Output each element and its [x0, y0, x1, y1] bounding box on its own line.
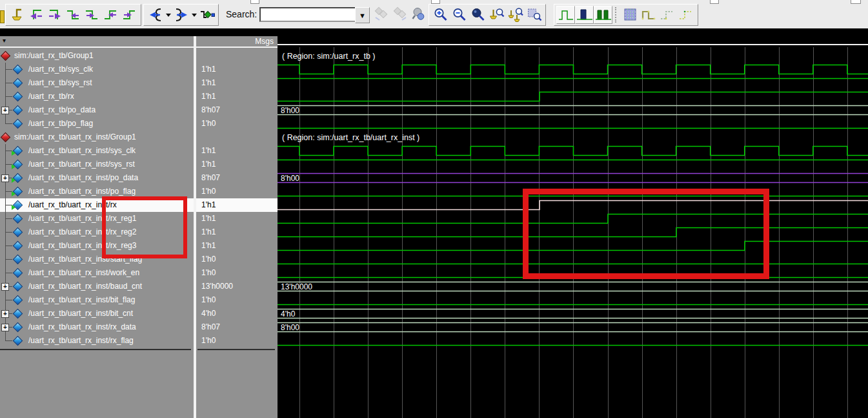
- signal-label: /uart_rx_tb/uart_rx_inst/baud_cnt: [28, 280, 142, 293]
- msgs-value-sys_rst: 1'h1: [196, 158, 278, 171]
- dropdown-caret-button[interactable]: [190, 6, 197, 24]
- wave-row-po_data: 8'h00: [278, 171, 868, 185]
- tree-line: [5, 340, 12, 341]
- zoom-full-button[interactable]: [469, 6, 487, 24]
- zoom-between-cursors-button[interactable]: [506, 6, 525, 24]
- signal-label: /uart_rx_tb/uart_rx_inst/rx_data: [28, 320, 136, 334]
- msgs-value-start_flag: 1'h0: [196, 253, 278, 266]
- zoom-mode-button[interactable]: [525, 6, 543, 24]
- signal-row-rx_flag[interactable]: /uart_rx_tb/uart_rx_inst/rx_flag: [0, 334, 194, 348]
- step-dashed-yellow-button[interactable]: [677, 6, 696, 24]
- find-previous-transition-icon: [28, 6, 45, 23]
- msgs-value-po_data: 8'h07: [196, 103, 278, 117]
- insert-cursor-button[interactable]: [8, 6, 26, 24]
- expand-time-left-button[interactable]: [146, 6, 165, 24]
- pulse-olive-button[interactable]: [640, 6, 658, 24]
- find-previous-rising-edge-icon: [103, 6, 119, 23]
- step-dashed-gray-button[interactable]: [658, 6, 677, 24]
- signal-row-baud_cnt[interactable]: +/uart_rx_tb/uart_rx_inst/baud_cnt: [0, 280, 194, 293]
- literal-purple-button[interactable]: [621, 6, 640, 24]
- signal-row-po_data[interactable]: +/uart_rx_tb/uart_rx_inst/po_data: [0, 171, 194, 185]
- search-options-button[interactable]: [409, 5, 428, 23]
- signal-row-Group1[interactable]: sim:/uart_rx_tb/uart_rx_inst/Group1: [0, 131, 194, 144]
- step-dashed-gray-icon: [660, 6, 676, 23]
- find-next-rising-edge-button[interactable]: [120, 6, 139, 24]
- expand-net-icon: [199, 6, 216, 23]
- port-arrow-icon: [12, 164, 15, 169]
- signal-row-sys_clk[interactable]: /uart_rx_tb/uart_rx_inst/sys_clk: [0, 144, 194, 158]
- signal-label: /uart_rx_tb/uart_rx_inst/sys_rst: [28, 158, 135, 171]
- signal-row-sys_rst[interactable]: /uart_rx_tb/uart_rx_inst/sys_rst: [0, 158, 194, 171]
- wave-row-bit_cnt: 4'h0: [278, 307, 868, 320]
- msgs-panel-header[interactable]: Msgs: [196, 36, 278, 48]
- signal-row-po_data[interactable]: +/uart_rx_tb/po_data: [0, 103, 194, 117]
- expander-icon[interactable]: +: [1, 310, 9, 318]
- msgs-value-work_en: 1'h0: [196, 266, 278, 280]
- signal-label: /uart_rx_tb/po_flag: [28, 117, 93, 131]
- expander-icon[interactable]: +: [1, 324, 9, 331]
- expander-icon[interactable]: +: [1, 174, 9, 182]
- caret-icon: [192, 14, 197, 17]
- signal-row-rx[interactable]: /uart_rx_tb/rx: [0, 90, 194, 103]
- signal-row-sys_clk[interactable]: /uart_rx_tb/sys_clk: [0, 63, 194, 76]
- signal-diamond-icon: [13, 105, 23, 116]
- find-previous-transition-button[interactable]: [26, 6, 45, 24]
- expand-time-left-icon: [147, 6, 164, 23]
- wave-signal-thin-button[interactable]: [556, 6, 575, 24]
- zoom-in-icon: [432, 6, 449, 23]
- signal-row-Group1[interactable]: sim:/uart_rx_tb/Group1: [0, 49, 194, 63]
- search-dropdown-button[interactable]: ▼: [355, 7, 370, 23]
- tree-line: [5, 273, 12, 273]
- group-diamond-icon: [1, 132, 11, 143]
- find-previous-falling-edge-button[interactable]: [64, 6, 83, 24]
- wave-pulse-green-button[interactable]: [594, 6, 612, 24]
- wave-pulse-navy-button[interactable]: [575, 6, 594, 24]
- msgs-value-rx: 1'h1: [196, 198, 278, 212]
- header-caret-icon[interactable]: ▾: [3, 37, 6, 44]
- msgs-value-po_flag: 1'h0: [196, 185, 278, 198]
- zoom-in-button[interactable]: [431, 6, 450, 24]
- msgs-value-sys_clk: 1'h1: [196, 144, 278, 158]
- find-next-falling-edge-icon: [84, 6, 101, 23]
- expand-time-right-icon: [173, 6, 190, 23]
- expander-icon[interactable]: +: [1, 283, 9, 291]
- wave-row-Group1: ( Region: sim:/uart_rx_tb/uart_rx_inst ): [278, 131, 868, 144]
- signal-label: /uart_rx_tb/uart_rx_inst/bit_cnt: [28, 307, 133, 320]
- find-next-transition-button[interactable]: [45, 6, 64, 24]
- names-panel-header[interactable]: ▾: [0, 36, 194, 48]
- expand-net-button[interactable]: [197, 6, 216, 24]
- msgs-value-bit_flag: 1'h0: [196, 293, 278, 307]
- signal-row-work_en[interactable]: /uart_rx_tb/uart_rx_inst/work_en: [0, 266, 194, 280]
- msgs-value-sys_rst: 1'h1: [196, 76, 278, 90]
- signal-label: /uart_rx_tb/sys_rst: [28, 76, 92, 90]
- signal-diamond-icon: [13, 268, 23, 278]
- search-input[interactable]: [259, 7, 359, 22]
- signal-diamond-icon: [13, 282, 23, 292]
- wave-row-Group1: ( Region: sim:/uart_rx_tb ): [278, 49, 868, 63]
- signal-row-po_flag[interactable]: /uart_rx_tb/po_flag: [0, 117, 194, 131]
- wave-row-rx: [278, 90, 868, 103]
- msgs-value-rx_flag: 1'h0: [196, 334, 278, 348]
- msgs-value-rx_reg2: 1'h1: [196, 225, 278, 239]
- dropdown-caret-button[interactable]: [165, 6, 172, 24]
- pulse-olive-icon: [641, 6, 658, 23]
- msgs-panel[interactable]: Msgs 1'h11'h11'h18'h071'h01'h11'h18'h071…: [196, 36, 279, 418]
- tree-line: [5, 246, 12, 246]
- find-next-falling-edge-button[interactable]: [83, 6, 101, 24]
- tree-line: [5, 232, 12, 233]
- find-previous-rising-edge-button[interactable]: [101, 6, 120, 24]
- cropped-widget-fragment: [851, 0, 861, 4]
- signal-row-sys_rst[interactable]: /uart_rx_tb/sys_rst: [0, 76, 194, 90]
- expander-icon[interactable]: +: [1, 107, 9, 114]
- signal-label: /uart_rx_tb/po_data: [28, 103, 96, 117]
- zoom-full-icon: [470, 6, 487, 23]
- signal-row-rx_data[interactable]: +/uart_rx_tb/uart_rx_inst/rx_data: [0, 320, 194, 334]
- signal-diamond-icon: [13, 241, 23, 251]
- signal-label: /uart_rx_tb/rx: [28, 90, 74, 103]
- zoom-out-button[interactable]: [450, 6, 469, 24]
- signal-row-bit_cnt[interactable]: +/uart_rx_tb/uart_rx_inst/bit_cnt: [0, 307, 194, 320]
- search-reverse-disabled-button: [372, 5, 390, 23]
- signal-row-bit_flag[interactable]: /uart_rx_tb/uart_rx_inst/bit_flag: [0, 293, 194, 307]
- expand-time-right-button[interactable]: [172, 6, 190, 24]
- zoom-in-on-active-cursor-button[interactable]: [487, 6, 506, 24]
